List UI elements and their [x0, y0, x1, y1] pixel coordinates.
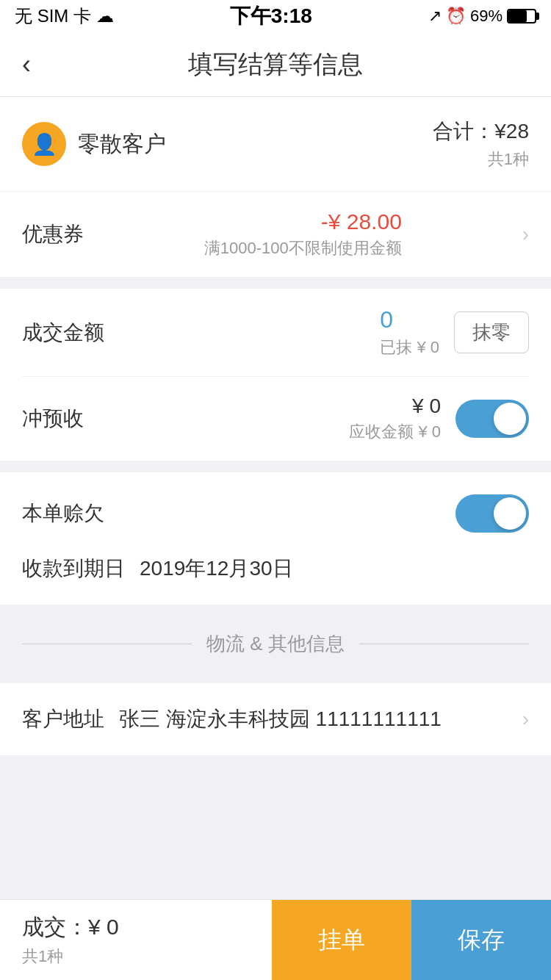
sim-wifi-label: 无 SIM 卡 ☁ — [15, 4, 114, 28]
address-label: 客户地址 — [22, 705, 104, 733]
duedate-row[interactable]: 收款到期日 2019年12月30日 — [0, 555, 551, 605]
coupon-row[interactable]: 优惠券 -¥ 28.00 满1000-100不限制使用金额 › — [0, 191, 551, 277]
bottom-deal-row: 成交：¥ 0 — [22, 912, 250, 943]
prereceive-amount: ¥ 0 — [349, 394, 441, 418]
battery-icon — [507, 9, 536, 24]
location-icon: ↗ — [428, 7, 442, 26]
duedate-value: 2019年12月30日 — [140, 555, 293, 583]
customer-name: 零散客户 — [78, 129, 166, 159]
credit-row: 本单赊欠 — [0, 472, 551, 555]
divider-line-left — [22, 644, 192, 644]
address-chevron-icon: › — [522, 707, 529, 731]
deal-section: 成交金额 0 已抹 ¥ 0 抹零 冲预收 ¥ 0 应收金额 ¥ 0 — [0, 289, 551, 461]
deal-amount-label: 成交金额 — [22, 319, 104, 347]
save-button[interactable]: 保存 — [411, 900, 551, 981]
total-amount: 合计：¥28 — [433, 118, 529, 145]
prereceive-amount-col: ¥ 0 应收金额 ¥ 0 — [349, 394, 441, 443]
deal-amount-sub: 已抹 ¥ 0 — [380, 336, 439, 359]
deal-amount-row: 成交金额 0 已抹 ¥ 0 抹零 — [0, 289, 551, 376]
customer-avatar: 👤 — [22, 122, 66, 166]
prereceive-sub: 应收金额 ¥ 0 — [349, 421, 441, 443]
total-count: 共1种 — [433, 148, 529, 170]
prereceive-label: 冲预收 — [22, 405, 84, 433]
address-value: 张三 海淀永丰科技园 11111111111 — [119, 705, 522, 733]
status-left: 无 SIM 卡 ☁ — [15, 4, 114, 28]
back-button[interactable]: ‹ — [22, 49, 31, 80]
page-title: 填写结算等信息 — [188, 48, 363, 82]
coupon-desc: 满1000-100不限制使用金额 — [204, 237, 402, 259]
bottom-count: 共1种 — [22, 945, 250, 968]
toggle-knob — [494, 403, 526, 435]
bottom-deal-value: ¥ 0 — [88, 915, 119, 939]
customer-total: 合计：¥28 共1种 — [433, 118, 529, 170]
nav-bar: ‹ 填写结算等信息 — [0, 32, 551, 97]
credit-label: 本单赊欠 — [22, 500, 104, 527]
customer-section: 👤 零散客户 合计：¥28 共1种 优惠券 -¥ 28.00 满1000-100… — [0, 97, 551, 277]
prereceive-row: 冲预收 ¥ 0 应收金额 ¥ 0 — [0, 377, 551, 461]
deal-amount-right: 0 已抹 ¥ 0 抹零 — [380, 306, 529, 359]
logistics-divider: 物流 & 其他信息 — [0, 616, 551, 671]
divider-line-right — [359, 644, 529, 644]
address-row[interactable]: 客户地址 张三 海淀永丰科技园 11111111111 › — [0, 683, 551, 755]
coupon-right: -¥ 28.00 满1000-100不限制使用金额 — [204, 209, 402, 259]
deal-amount-value: 0 — [380, 306, 439, 334]
battery-label: 69% — [470, 7, 503, 26]
hold-order-button[interactable]: 挂单 — [272, 900, 411, 981]
address-chevron: › — [522, 707, 529, 731]
status-bar: 无 SIM 卡 ☁ 下午3:18 ↗ ⏰ 69% — [0, 0, 551, 32]
status-time: 下午3:18 — [230, 2, 312, 30]
bottom-info: 成交：¥ 0 共1种 — [0, 912, 272, 968]
prereceive-toggle[interactable] — [455, 400, 529, 438]
avatar-icon: 👤 — [32, 132, 57, 156]
coupon-chevron-icon: › — [522, 223, 529, 246]
customer-row: 👤 零散客户 合计：¥28 共1种 — [0, 97, 551, 191]
status-right: ↗ ⏰ 69% — [428, 7, 536, 26]
round-zero-button[interactable]: 抹零 — [454, 311, 529, 353]
prereceive-right: ¥ 0 应收金额 ¥ 0 — [349, 394, 529, 443]
credit-toggle-knob — [494, 497, 526, 530]
customer-info: 👤 零散客户 — [22, 122, 166, 166]
coupon-label: 优惠券 — [22, 220, 84, 248]
main-content: 👤 零散客户 合计：¥28 共1种 优惠券 -¥ 28.00 满1000-100… — [0, 97, 551, 843]
coupon-discount: -¥ 28.00 — [204, 209, 402, 234]
address-section: 客户地址 张三 海淀永丰科技园 11111111111 › — [0, 683, 551, 755]
credit-section: 本单赊欠 收款到期日 2019年12月30日 — [0, 472, 551, 605]
logistics-label: 物流 & 其他信息 — [206, 631, 345, 657]
bottom-bar: 成交：¥ 0 共1种 挂单 保存 — [0, 899, 551, 980]
bottom-deal-label: 成交： — [22, 915, 88, 939]
credit-toggle[interactable] — [455, 494, 529, 533]
duedate-label: 收款到期日 — [22, 555, 125, 583]
alarm-icon: ⏰ — [446, 7, 466, 26]
